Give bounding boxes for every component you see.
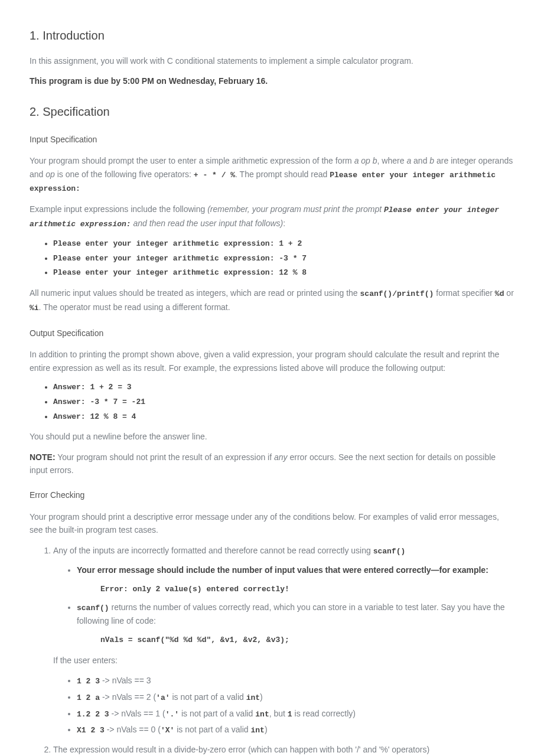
list-item: Your error message should include the nu… [77, 563, 514, 595]
list-item: Please enter your integer arithmetic exp… [53, 253, 514, 265]
input-p2: Example input expressions include the fo… [30, 203, 514, 231]
list-item: Please enter your integer arithmetic exp… [53, 238, 514, 250]
output-p1: In addition to printing the prompt shown… [30, 348, 514, 374]
list-item: Answer: -3 * 7 = -21 [53, 396, 514, 409]
error-heading: Error Checking [30, 488, 514, 501]
list-item: Answer: 1 + 2 = 3 [53, 382, 514, 394]
intro-p1: In this assignment, you will work with C… [30, 54, 514, 67]
list-item: 1 2 3 -> nVals == 3 [77, 674, 514, 688]
input-p3: All numeric input values should be treat… [30, 286, 514, 315]
list-item: X1 2 3 -> nVals == 0 ('X' is not part of… [77, 723, 514, 737]
section-2-heading: 2. Specification [30, 102, 514, 121]
output-spec-heading: Output Specification [30, 327, 514, 340]
error-item-2: The expression would result in a divide-… [53, 743, 514, 756]
list-item: scanf() returns the number of values cor… [77, 601, 514, 647]
input-spec-heading: Input Specification [30, 133, 514, 146]
error-p1: Your program should print a descriptive … [30, 510, 514, 537]
output-p2: You should put a newline before the answ… [30, 430, 514, 443]
section-1-heading: 1. Introduction [30, 26, 514, 45]
list-item: 1 2 a -> nVals == 2 ('a' is not part of … [77, 690, 514, 705]
list-item: 1.2 2 3 -> nVals == 1 ('.' is not part o… [77, 707, 514, 721]
error-item-1: Any of the inputs are incorrectly format… [53, 544, 514, 738]
error-list: Any of the inputs are incorrectly format… [30, 544, 514, 756]
list-item: Please enter your integer arithmetic exp… [53, 267, 514, 279]
output-note: NOTE: Your program should not print the … [30, 451, 514, 477]
list-item: Answer: 12 % 8 = 4 [53, 411, 514, 423]
output-example-list: Answer: 1 + 2 = 3 Answer: -3 * 7 = -21 A… [30, 382, 514, 423]
user-enters-label: If the user enters: [53, 654, 514, 667]
input-example-list: Please enter your integer arithmetic exp… [30, 238, 514, 279]
input-p1: Your program should prompt the user to e… [30, 154, 514, 195]
due-date: This program is due by 5:00 PM on Wednes… [30, 74, 514, 87]
